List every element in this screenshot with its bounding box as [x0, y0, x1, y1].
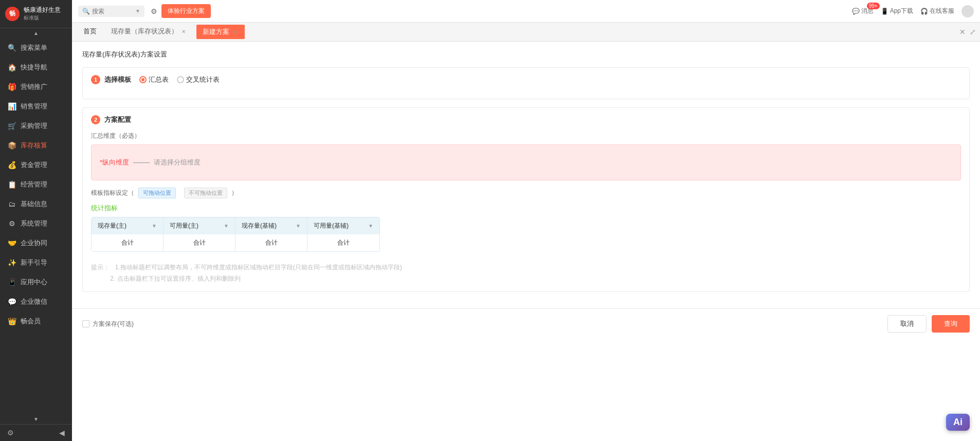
sidebar-item-app-center[interactable]: 📱 应用中心 — [0, 272, 72, 292]
sidebar-item-quick-nav[interactable]: 🏠 快捷导航 — [0, 58, 72, 77]
search-icon: 🔍 — [7, 43, 16, 52]
tab-expand-icon[interactable]: ⤢ — [970, 28, 976, 36]
col-header-2[interactable]: 现存量(基辅) ▼ — [235, 217, 307, 234]
tab-close-icon[interactable]: ✕ — [959, 28, 966, 36]
col-dropdown-2[interactable]: ▼ — [296, 223, 301, 229]
collapse-icon[interactable]: ◀ — [59, 429, 65, 437]
gear-icon[interactable]: ⚙ — [151, 7, 157, 15]
logo-text: 畅康通好生意 — [24, 6, 61, 14]
sidebar-scroll-down[interactable]: ▼ — [0, 414, 72, 424]
member-icon: 👑 — [7, 317, 16, 326]
sidebar-bottom: ⚙ ◀ — [0, 424, 72, 441]
topbar-search-box[interactable]: 🔍 ▼ — [78, 6, 144, 17]
template-radio-group: 汇总表 交叉统计表 — [139, 75, 220, 84]
tips: 提示： 1.拖动标题栏可以调整布局，不可跨维度或指标区域拖动栏目字段(只能在同一… — [91, 262, 961, 284]
message-icon: 💬 — [852, 8, 860, 15]
logo-icon: 畅 — [5, 7, 20, 21]
section1-header: 1 选择模板 汇总表 交叉统计表 — [91, 75, 961, 84]
sidebar-item-inventory[interactable]: 📦 库存核算 — [0, 136, 72, 155]
section1-number: 1 — [91, 75, 100, 84]
operations-icon: 📋 — [7, 180, 16, 189]
tip-item-2: 2. 点击标题栏下拉可设置排序、插入列和删除列 — [91, 273, 961, 285]
sidebar-item-purchase[interactable]: 🛒 采购管理 — [0, 116, 72, 136]
service-button[interactable]: 🎧 在线客服 — [920, 7, 954, 15]
stats-section-label: 统计指标 — [91, 204, 961, 213]
purchase-icon: 🛒 — [7, 121, 16, 131]
save-checkbox-input[interactable] — [82, 320, 89, 327]
tab-inventory[interactable]: 现存量（库存状况表） ✕ — [104, 23, 194, 41]
sidebar-item-finance[interactable]: 💰 资金管理 — [0, 155, 72, 175]
sidebar-scroll-up[interactable]: ▲ — [0, 28, 72, 38]
gift-icon: 🎁 — [7, 82, 16, 91]
section-template: 1 选择模板 汇总表 交叉统计表 — [82, 67, 970, 99]
user-menu[interactable] — [961, 5, 974, 17]
guide-icon: ✨ — [7, 258, 16, 267]
sidebar-item-operations[interactable]: 📋 经营管理 — [0, 175, 72, 194]
col-body-2: 合计 — [235, 234, 307, 251]
page-title: 现存量(库存状况表)方案设置 — [82, 50, 970, 59]
tab-new[interactable]: 新建方案 ✕ — [196, 25, 245, 39]
message-badge: 99+ — [867, 3, 880, 9]
save-checkbox[interactable]: 方案保存(可选) — [82, 320, 134, 328]
tab-home[interactable]: 首页 — [76, 23, 104, 41]
section2-number: 2 — [91, 115, 100, 124]
dim-area[interactable]: *纵向维度 —— 请选择分组维度 — [91, 144, 961, 180]
section-config: 2 方案配置 汇总维度（必选） *纵向维度 —— 请选择分组维度 模板指标设定（… — [82, 107, 970, 292]
sidebar-item-marketing[interactable]: 🎁 营销推广 — [0, 77, 72, 97]
cancel-button[interactable]: 取消 — [887, 315, 927, 333]
sidebar-nav: 🔍 搜索菜单 🏠 快捷导航 🎁 营销推广 📊 销售管理 🛒 采购管理 📦 库存核… — [0, 38, 72, 414]
wechat-icon: 💬 — [7, 297, 16, 306]
sidebar: 畅 畅康通好生意 标准版 ▲ 🔍 搜索菜单 🏠 快捷导航 🎁 营销推广 📊 销售… — [0, 0, 72, 441]
col-header-0[interactable]: 现存量(主) ▼ — [92, 217, 164, 234]
app-download-button[interactable]: 📱 App下载 — [881, 7, 913, 15]
col-dropdown-3[interactable]: ▼ — [368, 223, 373, 229]
dropdown-arrow-icon[interactable]: ▼ — [135, 8, 140, 14]
section2-header: 2 方案配置 — [91, 115, 961, 124]
radio-summary-dot — [139, 76, 147, 83]
col-body-3: 合计 — [307, 234, 379, 251]
app-center-icon: 📱 — [7, 278, 16, 287]
col-dropdown-1[interactable]: ▼ — [224, 223, 229, 229]
col-header-1[interactable]: 可用量(主) ▼ — [164, 217, 235, 234]
headset-icon: 🎧 — [920, 8, 928, 15]
sidebar-item-wechat[interactable]: 💬 企业微信 — [0, 292, 72, 311]
sidebar-item-member[interactable]: 👑 畅会员 — [0, 311, 72, 331]
sidebar-item-basic-info[interactable]: 🗂 基础信息 — [0, 194, 72, 214]
col-body-1: 合计 — [164, 234, 235, 251]
radio-cross-dot — [177, 76, 184, 83]
settings-icon[interactable]: ⚙ — [7, 429, 14, 437]
search-icon-topbar: 🔍 — [82, 8, 90, 15]
sidebar-item-enterprise[interactable]: 🤝 企业协同 — [0, 233, 72, 253]
col-header-3[interactable]: 可用量(基辅) ▼ — [307, 217, 379, 234]
sidebar-item-sales[interactable]: 📊 销售管理 — [0, 97, 72, 116]
radio-cross-table[interactable]: 交叉统计表 — [177, 75, 220, 84]
system-icon: ⚙ — [7, 219, 16, 228]
finance-icon: 💰 — [7, 160, 16, 170]
tab-inventory-close[interactable]: ✕ — [180, 28, 187, 35]
ai-badge[interactable]: Ai — [946, 414, 970, 431]
main-area: 🔍 ▼ ⚙ 体验行业方案 💬 消息 99+ 📱 App下载 🎧 在线客服 — [72, 0, 980, 441]
message-button[interactable]: 💬 消息 99+ — [852, 7, 874, 15]
tabs-actions: ✕ ⤢ — [959, 28, 976, 36]
trial-button[interactable]: 体验行业方案 — [161, 4, 211, 18]
not-draggable-tag: 不可拖动位置 — [184, 188, 227, 198]
tabs-bar: 首页 现存量（库存状况表） ✕ 新建方案 ✕ ✕ ⤢ — [72, 23, 980, 42]
indicator-settings: 模板指标设定（ 可拖动位置 不可拖动位置 ） 统计指标 现存量(主) ▼ — [91, 188, 961, 252]
sidebar-item-search-menu[interactable]: 🔍 搜索菜单 — [0, 38, 72, 58]
sidebar-item-system[interactable]: ⚙ 系统管理 — [0, 214, 72, 233]
radio-summary-table[interactable]: 汇总表 — [139, 75, 169, 84]
query-button[interactable]: 查询 — [932, 315, 970, 333]
col-body-0: 合计 — [92, 234, 164, 251]
search-input[interactable] — [92, 8, 133, 15]
topbar-right: 💬 消息 99+ 📱 App下载 🎧 在线客服 — [852, 5, 974, 17]
section2-label: 方案配置 — [104, 115, 131, 124]
col-dropdown-0[interactable]: ▼ — [152, 223, 157, 229]
logo-badge: 标准版 — [24, 14, 61, 22]
dim-placeholder: *纵向维度 —— 请选择分组维度 — [100, 158, 201, 167]
sidebar-logo: 畅 畅康通好生意 标准版 — [0, 0, 72, 28]
sidebar-item-guide[interactable]: ✨ 新手引导 — [0, 253, 72, 272]
tab-new-close[interactable]: ✕ — [231, 29, 239, 35]
sales-icon: 📊 — [7, 102, 16, 111]
basic-info-icon: 🗂 — [7, 199, 16, 209]
tip-item-1: 提示： 1.拖动标题栏可以调整布局，不可跨维度或指标区域拖动栏目字段(只能在同一… — [91, 262, 961, 273]
